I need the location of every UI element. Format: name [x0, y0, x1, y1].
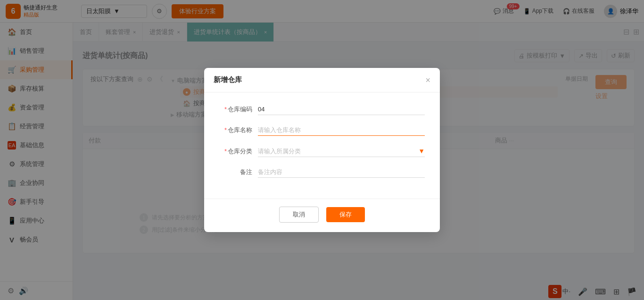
code-input[interactable] [258, 104, 425, 115]
name-label: 仓库名称 [219, 126, 252, 134]
modal-overlay: 新增仓库 × 仓库编码 仓库名称 仓库分类 ▼ [0, 0, 644, 300]
dialog-title: 新增仓库 [214, 75, 242, 84]
note-input[interactable] [258, 167, 425, 178]
category-select-row[interactable]: ▼ [258, 145, 425, 157]
save-button[interactable]: 保存 [326, 207, 365, 222]
dialog: 新增仓库 × 仓库编码 仓库名称 仓库分类 ▼ [204, 68, 440, 232]
form-row-category: 仓库分类 ▼ [219, 145, 425, 157]
note-label: 备注 [219, 168, 252, 176]
category-label: 仓库分类 [219, 147, 252, 156]
name-input[interactable] [258, 125, 425, 136]
select-arrow-icon: ▼ [418, 147, 425, 155]
form-row-name: 仓库名称 [219, 125, 425, 136]
form-row-code: 仓库编码 [219, 104, 425, 115]
dialog-close-btn[interactable]: × [425, 76, 430, 84]
code-label: 仓库编码 [219, 105, 252, 114]
dialog-body: 仓库编码 仓库名称 仓库分类 ▼ 备注 [204, 92, 440, 199]
dialog-header: 新增仓库 × [204, 68, 440, 92]
dialog-footer: 取消 保存 [204, 199, 440, 232]
form-row-note: 备注 [219, 167, 425, 178]
category-input[interactable] [258, 148, 418, 155]
cancel-button[interactable]: 取消 [279, 207, 319, 223]
